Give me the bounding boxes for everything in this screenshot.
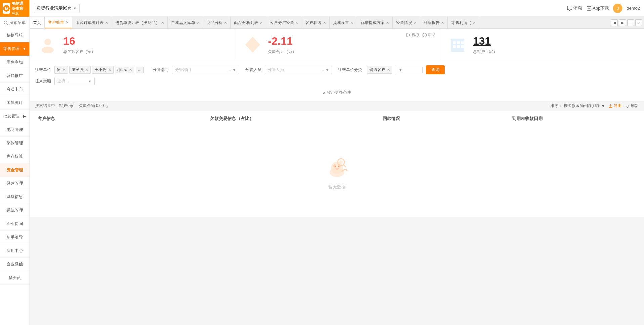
person-filter-select[interactable]: 分管人员 ··· ▼ <box>265 66 332 74</box>
tab-retail-profit[interactable]: 零售利润（ ✕ <box>448 17 479 28</box>
tab-close-icon[interactable]: ✕ <box>323 21 326 25</box>
account-selector[interactable]: 母婴行业演示帐套 ▼ <box>34 4 80 13</box>
sidebar-item-app-center[interactable]: 应用中心 <box>0 244 29 258</box>
svg-marker-9 <box>407 33 410 37</box>
svg-rect-17 <box>457 45 460 48</box>
stat-info-overdue: 16 总欠款客户（家） <box>63 35 95 55</box>
refresh-button[interactable]: 刷新 <box>625 103 639 109</box>
tab-close-icon[interactable]: ✕ <box>224 21 227 25</box>
balance-filter-select[interactable]: 选择... ▼ <box>54 77 95 85</box>
tab-customer-book-label: 客户账本 <box>48 20 64 25</box>
category-select[interactable]: ▼ <box>396 67 423 73</box>
user-avatar[interactable]: d <box>613 4 622 13</box>
unit-tag-wu-close[interactable]: ✕ <box>62 68 66 72</box>
person-dots: ··· <box>320 68 324 72</box>
tab-customer-contact[interactable]: 客户联络 ✕ <box>302 17 330 28</box>
tab-close-icon[interactable]: ✕ <box>66 20 69 25</box>
tab-product-inbound[interactable]: 产成品入库单 ✕ <box>168 17 203 28</box>
tab-inbound-stat[interactable]: 进货单统计表（按商品） ✕ <box>112 17 168 28</box>
sidebar-item-newbie-label: 新手引导 <box>7 234 23 240</box>
sidebar-item-finance[interactable]: 资金管理 <box>0 164 29 177</box>
table-container: 客户信息 欠款交易信息（占比） 回款情况 到期未收款日期 <box>30 111 644 217</box>
sidebar-item-retail-stat-label: 零售统计 <box>7 100 23 106</box>
tab-operations[interactable]: 经营情况 ✕ <box>393 17 420 28</box>
tab-new-commission[interactable]: 新增提成方案 ✕ <box>357 17 393 28</box>
tab-close-icon[interactable]: ✕ <box>441 21 444 25</box>
app-download-btn[interactable]: App下载 <box>586 5 609 11</box>
sidebar-item-retail-mgmt[interactable]: 零售管理 ▼ <box>0 42 29 56</box>
tab-customer-book[interactable]: 客户账本 ✕ <box>45 17 72 28</box>
tab-close-icon[interactable]: ✕ <box>386 21 389 25</box>
sidebar-item-retail-label: 零售管理 <box>3 46 19 52</box>
search-menu[interactable]: 搜索菜单 <box>0 17 29 29</box>
filter-row-1: 往来单位 伍 ✕ 陈民强 ✕ 王小亮 ✕ cjttcw <box>35 65 639 74</box>
tab-close-icon[interactable]: ✕ <box>161 21 164 25</box>
unit-tag-wang-close[interactable]: ✕ <box>108 68 111 72</box>
sidebar-item-member2[interactable]: 畅会员 <box>0 271 29 285</box>
stat-card-total-customers: 131 总客户（家） <box>439 29 644 61</box>
sidebar-item-inventory-label: 库存核算 <box>7 154 23 159</box>
category-tag-close[interactable]: ✕ <box>387 68 390 72</box>
sidebar-item-wholesale[interactable]: 批发管理 ▶ <box>0 110 29 123</box>
tab-prev-btn[interactable]: ◀ <box>611 19 618 26</box>
tab-purchase-order[interactable]: 采购订单统计表 ✕ <box>72 17 112 28</box>
tab-close-icon[interactable]: ✕ <box>260 21 263 25</box>
unit-tag-chen-close[interactable]: ✕ <box>85 68 88 72</box>
category-filter-tags: 普通客户 ✕ <box>367 66 392 74</box>
sidebar-item-system[interactable]: 系统管理 <box>0 204 29 217</box>
sidebar-quick-nav[interactable]: 快捷导航 <box>0 29 29 42</box>
sidebar-item-marketing[interactable]: 营销推广 <box>0 69 29 83</box>
sidebar-item-inventory[interactable]: 库存核算 <box>0 150 29 164</box>
balance-filter-label: 往来余额 <box>35 78 51 84</box>
query-button[interactable]: 查询 <box>426 65 445 74</box>
collapse-btn[interactable]: ∧ 收起更多条件 <box>35 88 639 97</box>
sidebar-item-basic-info[interactable]: 基础信息 <box>0 190 29 204</box>
tab-close-icon[interactable]: ✕ <box>414 21 417 25</box>
tab-close-icon[interactable]: ✕ <box>473 21 476 25</box>
person-placeholder: 分管人员 <box>268 67 319 73</box>
sidebar-item-operations[interactable]: 经营管理 <box>0 177 29 190</box>
sidebar-item-newbie[interactable]: 新手引导 <box>0 231 29 244</box>
stat-card-overdue-customers: 16 总欠款客户（家） <box>30 29 234 61</box>
tab-close-icon[interactable]: ✕ <box>350 21 353 25</box>
tab-next-btn[interactable]: ▶ <box>619 19 626 26</box>
dept-filter-select[interactable]: 分管部门 ··· ▼ <box>172 66 239 74</box>
tab-expand-btn[interactable]: ⤢ <box>635 19 642 26</box>
tab-commission-settings-label: 提成设置 <box>333 20 349 26</box>
tab-new-commission-label: 新增提成方案 <box>360 20 385 26</box>
sidebar-item-retail-mall[interactable]: 零售商城 <box>0 56 29 69</box>
sidebar-item-retail-stat[interactable]: 零售统计 <box>0 96 29 110</box>
tab-product-analysis-list[interactable]: 商品分析列表 ✕ <box>231 17 266 28</box>
sidebar-item-wechat-work[interactable]: 企业微信 <box>0 258 29 271</box>
svg-point-2 <box>4 21 7 24</box>
message-btn[interactable]: 消息 <box>567 5 582 11</box>
sidebar-item-ecommerce[interactable]: 电商管理 <box>0 123 29 137</box>
tab-profit-report[interactable]: 利润报告 ✕ <box>420 17 448 28</box>
unit-tag-cj-close[interactable]: ✕ <box>129 68 132 72</box>
sidebar: 畅 畅捷通好生意 标版 搜索菜单 快捷导航 零售管理 ▼ 零售商城 营销推广 会… <box>0 0 30 325</box>
tab-customer-tier[interactable]: 客户分层经营 ✕ <box>266 17 302 28</box>
help-btn[interactable]: ? 帮助 <box>422 32 436 38</box>
tab-close-icon[interactable]: ✕ <box>295 21 298 25</box>
tab-minimize-btn[interactable]: — <box>627 19 634 26</box>
tab-commission-settings[interactable]: 提成设置 ✕ <box>330 17 357 28</box>
unit-tag-more[interactable]: ··· <box>136 67 144 73</box>
export-button[interactable]: 导出 <box>608 103 622 109</box>
svg-line-3 <box>7 24 8 25</box>
svg-point-7 <box>42 47 54 53</box>
sort-select[interactable]: 排序： 按欠款金额倒序排序 ▼ <box>550 103 605 109</box>
collapse-icon: ∧ <box>323 90 326 95</box>
sidebar-item-purchase[interactable]: 采购管理 <box>0 137 29 150</box>
tab-profit-report-label: 利润报告 <box>424 20 440 26</box>
tab-home[interactable]: 首页 <box>30 17 45 28</box>
sidebar-item-enterprise-collab[interactable]: 企业协同 <box>0 217 29 231</box>
video-btn[interactable]: 视频 <box>406 32 420 38</box>
tab-close-icon[interactable]: ✕ <box>197 21 200 25</box>
stat-info-total: 131 总客户（家） <box>473 35 497 55</box>
category-arrow-icon: ▼ <box>399 68 402 72</box>
sidebar-item-app-label: 应用中心 <box>7 248 23 254</box>
tab-product-analysis[interactable]: 商品分析 ✕ <box>203 17 231 28</box>
category-tag-normal: 普通客户 ✕ <box>367 66 392 74</box>
sidebar-item-member[interactable]: 会员中心 <box>0 83 29 96</box>
tab-close-icon[interactable]: ✕ <box>105 21 108 25</box>
